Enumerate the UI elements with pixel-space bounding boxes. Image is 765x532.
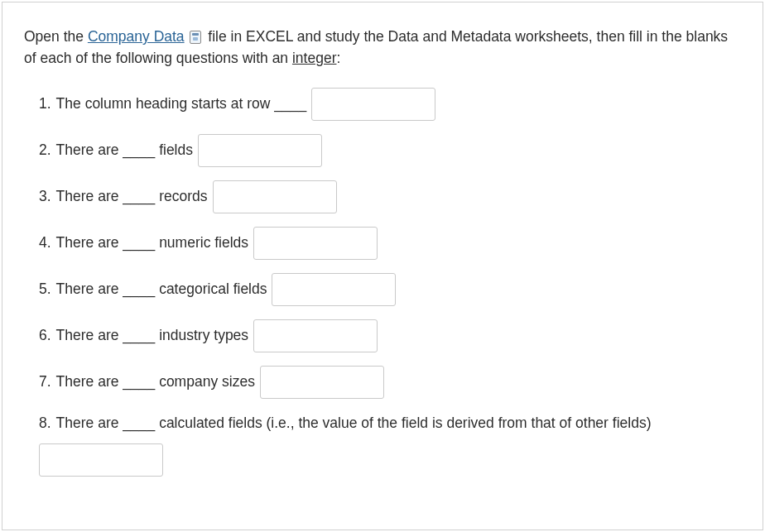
q4-text: There are ____ numeric fields — [56, 232, 248, 253]
question-5: 5. There are ____ categorical fields — [39, 273, 741, 306]
q1-text: The column heading starts at row ____ — [56, 93, 307, 114]
q4-number: 4. — [39, 232, 51, 253]
q6-input[interactable] — [253, 319, 378, 352]
q7-text: There are ____ company sizes — [56, 371, 255, 392]
q3-text: There are ____ records — [56, 185, 208, 207]
question-list: 1. The column heading starts at row ____… — [24, 88, 741, 477]
q8-input[interactable] — [39, 443, 163, 477]
question-container: Open the Company Data file in EXCEL and … — [2, 2, 763, 530]
q6-text: There are ____ industry types — [56, 324, 249, 346]
company-data-link[interactable]: Company Data — [88, 28, 185, 45]
q6-number: 6. — [39, 324, 51, 346]
question-4: 4. There are ____ numeric fields — [39, 227, 741, 260]
question-7: 7. There are ____ company sizes — [39, 366, 741, 399]
q1-input[interactable] — [311, 88, 435, 121]
q8-text: There are ____ calculated fields (i.e., … — [56, 412, 652, 434]
q7-input[interactable] — [260, 366, 384, 399]
q5-number: 5. — [39, 278, 51, 300]
question-3: 3. There are ____ records — [39, 180, 741, 213]
file-preview-icon[interactable] — [190, 31, 201, 44]
q5-text: There are ____ categorical fields — [56, 278, 267, 300]
q8-input-wrap — [39, 443, 741, 477]
question-2: 2. There are ____ fields — [39, 134, 741, 167]
q3-input[interactable] — [213, 180, 337, 213]
q5-input[interactable] — [272, 273, 396, 306]
intro-prefix: Open the — [24, 28, 88, 45]
q3-number: 3. — [39, 185, 51, 207]
q2-number: 2. — [39, 139, 51, 161]
q2-input[interactable] — [198, 134, 322, 167]
q7-number: 7. — [39, 371, 51, 392]
q1-number: 1. — [39, 93, 51, 114]
intro-integer-word: integer — [292, 50, 337, 66]
intro-paragraph: Open the Company Data file in EXCEL and … — [24, 26, 741, 69]
q4-input[interactable] — [253, 227, 378, 260]
question-8: 8. There are ____ calculated fields (i.e… — [39, 412, 741, 477]
question-1: 1. The column heading starts at row ____ — [39, 88, 741, 121]
q2-text: There are ____ fields — [56, 139, 193, 161]
q8-number: 8. — [39, 412, 51, 434]
intro-suffix: : — [336, 50, 340, 66]
question-6: 6. There are ____ industry types — [39, 319, 741, 352]
